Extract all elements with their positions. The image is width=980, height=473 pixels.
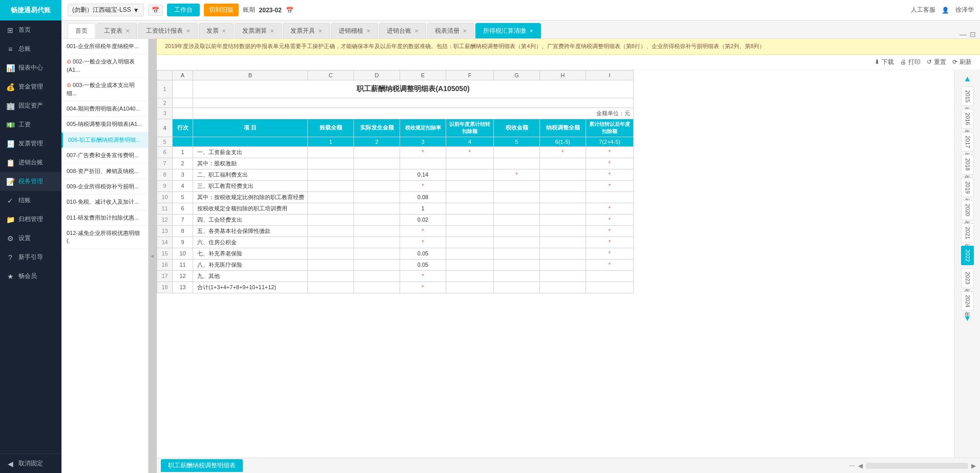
year-item[interactable]: 2021年 xyxy=(961,223,974,243)
file-item-010[interactable]: 010-免税、减计收入及加计... xyxy=(61,195,148,210)
tab-audit-close[interactable]: ✕ xyxy=(366,28,370,34)
year-item[interactable]: 2018年 xyxy=(961,155,974,174)
sidebar-item-capital[interactable]: 💰 资金管理 xyxy=(0,77,61,96)
tab-home-label: 首页 xyxy=(75,27,88,35)
refresh-button[interactable]: ⟳ 刷新 xyxy=(952,58,972,67)
sidebar-item-home[interactable]: ⊞ 首页 xyxy=(0,20,61,39)
support-link[interactable]: 人工客服 xyxy=(911,6,935,14)
row-2-A xyxy=(173,98,193,107)
tab-maximize-btn[interactable]: ⊡ xyxy=(970,30,976,38)
sidebar-item-salary[interactable]: 💵 工资 xyxy=(0,115,61,134)
row-label: 九、其他 xyxy=(193,270,308,282)
row-index: 2 xyxy=(173,158,193,169)
row-f xyxy=(446,236,494,248)
file-item-004[interactable]: 004-期间费用明细表(A1040... xyxy=(61,101,148,117)
tab-salary[interactable]: 工资表 ✕ xyxy=(96,23,137,38)
sidebar-item-member[interactable]: ★ 畅会员 xyxy=(0,267,61,286)
sidebar-item-label: 设置 xyxy=(18,234,31,243)
sales-icon: 📋 xyxy=(6,159,14,167)
tab-ledger[interactable]: 进销台账 ✕ xyxy=(379,23,426,38)
row-g: * xyxy=(494,169,540,180)
file-item-011[interactable]: 011-研发费用加计扣除优惠... xyxy=(61,210,148,226)
download-button[interactable]: ⬇ 下载 xyxy=(874,58,894,67)
table-row: 138五、各类基本社会保障性缴款** xyxy=(157,225,634,236)
row-c xyxy=(308,259,354,270)
file-item-008[interactable]: 008-资产折旧、摊销及纳税... xyxy=(61,164,148,179)
tab-invoice-issue-close[interactable]: ✕ xyxy=(318,28,322,34)
scroll-right-btn[interactable]: ▶ xyxy=(971,462,976,469)
reset-button[interactable]: ↺ 重置 xyxy=(927,58,946,67)
row-c xyxy=(308,270,354,282)
sidebar-item-ledger[interactable]: ≡ 总账 xyxy=(0,39,61,58)
file-item-001[interactable]: 001-企业所得税年度纳税申... xyxy=(61,39,148,54)
col-header-B: B xyxy=(193,70,308,80)
period-calendar-icon[interactable]: 📅 xyxy=(286,7,294,14)
file-item-007[interactable]: 007-广告费和业务宣传费明... xyxy=(61,148,148,163)
file-item-002[interactable]: ⊘ 002-一般企业收入明细表(A1... xyxy=(61,54,148,78)
switch-version-button[interactable]: 切到旧版 xyxy=(204,4,239,16)
file-item-006[interactable]: 006-职工薪酬纳税调整明细... xyxy=(61,133,148,148)
col-header-H: H xyxy=(540,70,586,80)
tab-salary-report[interactable]: 工资统计报表 ✕ xyxy=(138,23,198,38)
sidebar-item-sales[interactable]: 📋 进销台账 xyxy=(0,153,61,172)
table-row: 116按税收规定全额扣除的职工培训费用1* xyxy=(157,203,634,214)
collapse-button[interactable]: « xyxy=(149,39,157,473)
sidebar-item-reports[interactable]: 📊 报表中心 xyxy=(0,58,61,77)
sidebar-item-invoice[interactable]: 🧾 发票管理 xyxy=(0,134,61,153)
sidebar-item-label: 新手引导 xyxy=(18,253,43,262)
print-button[interactable]: 🖨 打印 xyxy=(900,58,921,67)
tab-ledger-close[interactable]: ✕ xyxy=(414,28,419,34)
company-selector[interactable]: (勿删）江西磁宝-LSS ▼ xyxy=(68,4,144,16)
year-nav-up-button[interactable]: ▲ xyxy=(962,72,974,85)
row-f xyxy=(446,259,494,270)
scroll-left-btn[interactable]: ◀ xyxy=(858,462,863,469)
file-item-012[interactable]: 012-减免企业所得税优惠明细(. xyxy=(61,226,148,249)
sidebar-item-tax[interactable]: 📝 税务管理 xyxy=(0,172,61,191)
year-item[interactable]: 2023年 xyxy=(961,268,974,288)
tab-tax-book-close[interactable]: ✕ xyxy=(463,28,467,34)
tab-audit[interactable]: 进销稽核 ✕ xyxy=(331,23,378,38)
col-header-F: F xyxy=(446,70,494,80)
row-d xyxy=(354,191,400,203)
file-item-005[interactable]: 005-纳税调整项目明细表(A1... xyxy=(61,117,148,132)
bottom-sheet-tab[interactable]: 职工薪酬纳税调整明细表 xyxy=(161,459,243,472)
tab-minimize-btn[interactable]: — xyxy=(960,30,967,38)
year-item[interactable]: 2017年 xyxy=(961,132,974,152)
sidebar-item-label: 税务管理 xyxy=(18,177,43,186)
year-item[interactable]: 2015年 xyxy=(961,87,974,106)
tab-invoice-calc[interactable]: 发票测算 ✕ xyxy=(235,23,282,38)
tab-home[interactable]: 首页 xyxy=(68,23,95,38)
tab-income-tax-close[interactable]: ✕ xyxy=(529,28,533,34)
year-item[interactable]: 2024年 xyxy=(961,291,974,311)
download-icon: ⬇ xyxy=(874,58,880,66)
tab-income-tax[interactable]: 所得税汇算清缴 ✕ xyxy=(475,23,541,38)
more-icon[interactable]: ⋯ xyxy=(849,462,855,469)
tab-invoice[interactable]: 发票 ✕ xyxy=(199,23,234,38)
sidebar-item-settings[interactable]: ⚙ 设置 xyxy=(0,229,61,248)
sidebar-item-assets[interactable]: 🏢 固定资产 xyxy=(0,96,61,115)
tab-salary-report-close[interactable]: ✕ xyxy=(186,28,190,34)
sidebar-item-close[interactable]: ✓ 结账 xyxy=(0,191,61,210)
toolbar: ⬇ 下载 🖨 打印 ↺ 重置 ⟳ 刷新 xyxy=(157,55,980,70)
workspace-button[interactable]: 工作台 xyxy=(167,4,200,16)
year-item[interactable]: 2022年 xyxy=(961,246,974,265)
year-nav-down-button[interactable]: ▼ xyxy=(962,312,974,325)
year-item[interactable]: 2020年 xyxy=(961,200,974,220)
row-1-A xyxy=(173,80,193,98)
scrollbar[interactable] xyxy=(866,463,968,469)
row-label: 三、职工教育经费支出 xyxy=(193,180,308,191)
file-item-003[interactable]: ⊘ 003-一般企业成本支出明细... xyxy=(61,78,148,101)
sidebar-item-archive[interactable]: 📁 归档管理 xyxy=(0,210,61,229)
tab-invoice-close[interactable]: ✕ xyxy=(222,28,226,34)
tab-salary-close[interactable]: ✕ xyxy=(126,28,130,34)
year-item[interactable]: 2019年 xyxy=(961,178,974,197)
year-item[interactable]: 2016年 xyxy=(961,109,974,128)
calendar-button[interactable]: 📅 xyxy=(148,5,163,16)
tab-invoice-issue[interactable]: 发票开具 ✕ xyxy=(283,23,330,38)
file-item-009[interactable]: 009-企业所得税弥补亏损明... xyxy=(61,179,148,195)
tab-tax-book[interactable]: 税表清册 ✕ xyxy=(427,23,474,38)
sidebar-item-guide[interactable]: ? 新手引导 xyxy=(0,248,61,267)
sidebar-item-cancel-fixed[interactable]: ◀ 取消固定 xyxy=(0,454,61,473)
tab-invoice-calc-close[interactable]: ✕ xyxy=(270,28,274,34)
table-row: 72其中：股权激励* xyxy=(157,158,634,169)
